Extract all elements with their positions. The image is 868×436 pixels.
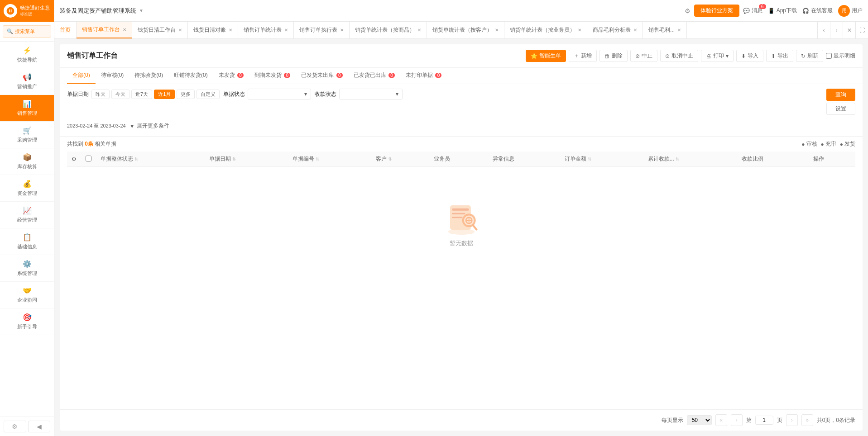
tab-sales-workbench-close[interactable]: ✕ [123, 27, 126, 32]
sort-date[interactable]: 单据日期 ⇅ [209, 155, 283, 163]
tab-sales-stats[interactable]: 销售订单统计表 ✕ [238, 22, 294, 38]
sort-number[interactable]: 单据编号 ⇅ [293, 155, 367, 163]
filter-tab-shipped-warehoused[interactable]: 已发货已出库 0 [348, 68, 400, 84]
tab-close-all-btn[interactable]: ✕ [843, 22, 855, 39]
first-page-btn[interactable]: « [715, 414, 727, 426]
th-number[interactable]: 单据编号 ⇅ [288, 152, 371, 167]
sort-customer[interactable]: 客户 ⇅ [376, 155, 425, 163]
tab-sales-exec-close[interactable]: ✕ [340, 28, 344, 33]
header-settings-icon[interactable]: ⚙ [685, 7, 691, 14]
tab-sales-stats-close[interactable]: ✕ [284, 28, 288, 33]
tab-sales-staff[interactable]: 销货单统计表（按业务员） ✕ [504, 22, 587, 38]
tab-daily-clear[interactable]: 钱货日清工作台 ✕ [132, 22, 188, 38]
tab-sales-workbench[interactable]: 销售订单工作台 ✕ [77, 22, 132, 38]
tab-daily-clear-close[interactable]: ✕ [178, 28, 182, 33]
app-download-item[interactable]: 📱 App下载 [768, 7, 797, 14]
show-detail-checkbox[interactable]: 显示明细 [826, 52, 855, 60]
date-today-btn[interactable]: 今天 [111, 90, 129, 99]
messages-item[interactable]: 💬 消息 6 [743, 7, 762, 14]
th-customer[interactable]: 客户 ⇅ [371, 152, 429, 167]
last-page-btn[interactable]: » [801, 414, 813, 426]
search-menu-button[interactable]: 🔍 搜索菜单 [3, 25, 51, 38]
tab-sales-staff-close[interactable]: ✕ [578, 28, 581, 33]
prev-page-btn[interactable]: ‹ [731, 414, 743, 426]
sidebar-item-finance[interactable]: 💰 资金管理 [0, 175, 54, 202]
system-dropdown-icon[interactable]: ▼ [139, 8, 144, 13]
tab-gross-profit-close[interactable]: ✕ [633, 28, 637, 33]
sidebar-collapse-button[interactable]: ◀ [28, 421, 51, 432]
th-settings[interactable]: ⚙ [67, 152, 81, 167]
next-page-btn[interactable]: › [786, 414, 798, 426]
date-yesterday-btn[interactable]: 昨天 [91, 90, 110, 99]
import-button[interactable]: ⬇ 导入 [736, 50, 763, 62]
date-7days-btn[interactable]: 近7天 [131, 90, 152, 99]
th-date[interactable]: 单据日期 ⇅ [205, 152, 288, 167]
tab-reconcile[interactable]: 钱货日清对账 ✕ [188, 22, 238, 38]
sidebar-item-quick-nav[interactable]: ⚡ 快捷导航 [0, 42, 54, 68]
tab-sales-customer[interactable]: 销货单统计表（按客户） ✕ [427, 22, 504, 38]
sidebar-item-basic-info[interactable]: 📋 基础信息 [0, 228, 54, 255]
query-button[interactable]: 查询 [826, 89, 855, 101]
sidebar-item-inventory[interactable]: 📦 库存核算 [0, 148, 54, 175]
sidebar-item-purchase[interactable]: 🛒 采购管理 [0, 122, 54, 148]
tab-sales-margin-close[interactable]: ✕ [677, 28, 681, 33]
filter-tab-shipped-not-warehoused[interactable]: 已发货未出库 0 [296, 68, 348, 84]
sidebar-settings-button[interactable]: ⚙ [4, 421, 26, 432]
per-page-select[interactable]: 50 100 200 [687, 415, 712, 425]
sidebar-item-marketing[interactable]: 📢 营销推广 [0, 68, 54, 95]
tab-gross-profit[interactable]: 商品毛利分析表 ✕ [587, 22, 643, 38]
filter-tab-unprinted[interactable]: 未打印单据 0 [400, 68, 447, 84]
th-amount[interactable]: 订单金额 ⇅ [560, 152, 643, 167]
payment-select[interactable]: ▾ [339, 89, 403, 100]
filter-tab-overdue-unshipped[interactable]: 到期未发货 0 [249, 68, 296, 84]
smart-create-button[interactable]: ⭐ 智能生单 [526, 50, 566, 62]
delete-button[interactable]: 🗑 删除 [599, 50, 628, 62]
date-custom-btn[interactable]: 自定义 [197, 90, 220, 99]
status-select[interactable]: ▾ [248, 89, 311, 100]
filter-tab-pending-inspect[interactable]: 待拣验货(0) [129, 68, 168, 84]
date-more-btn[interactable]: 更多 [177, 90, 195, 99]
page-input[interactable] [755, 416, 773, 425]
trial-button[interactable]: 体验行业方案 [694, 5, 739, 17]
ship-button[interactable]: ● 发货 [840, 140, 855, 148]
unreview-button[interactable]: ● 充审 [821, 140, 836, 148]
filter-tab-pending-review[interactable]: 待审核(0) [96, 68, 129, 84]
review-button[interactable]: ● 审核 [801, 140, 817, 148]
tab-fullscreen-btn[interactable]: ⛶ [855, 22, 868, 39]
online-service-item[interactable]: 🎧 在线客服 [802, 7, 833, 14]
tab-sales-margin[interactable]: 销售毛利... ✕ [643, 22, 687, 38]
tab-sales-product[interactable]: 销货单统计表（按商品） ✕ [350, 22, 427, 38]
tab-reconcile-close[interactable]: ✕ [229, 28, 232, 33]
sidebar-item-system[interactable]: ⚙️ 系统管理 [0, 255, 54, 282]
print-button[interactable]: 🖨 打印 ▾ [701, 50, 734, 62]
sort-amount[interactable]: 订单金额 ⇅ [565, 155, 639, 163]
th-checkbox[interactable] [81, 152, 96, 167]
tab-sales-product-close[interactable]: ✕ [417, 28, 421, 33]
refresh-button[interactable]: ↻ 刷新 [796, 50, 823, 62]
sidebar-item-operations[interactable]: 📈 经营管理 [0, 202, 54, 228]
select-all-checkbox[interactable] [86, 156, 91, 161]
th-status[interactable]: 单据整体状态 ⇅ [96, 152, 205, 167]
filter-setting-button[interactable]: 设置 [826, 103, 855, 115]
user-item[interactable]: 用 用户 [838, 5, 863, 17]
stop-button[interactable]: ⊘ 中止 [630, 50, 657, 62]
filter-tab-unshipped[interactable]: 未发货 0 [213, 68, 249, 84]
sort-status[interactable]: 单据整体状态 ⇅ [101, 155, 200, 163]
tab-prev-btn[interactable]: ‹ [817, 22, 830, 39]
date-1month-btn[interactable]: 近1月 [154, 90, 175, 99]
tab-home[interactable]: 首页 [54, 22, 77, 38]
filter-tab-wangpu[interactable]: 旺铺待发货(0) [168, 68, 213, 84]
sidebar-item-enterprise[interactable]: 🤝 企业协同 [0, 282, 54, 308]
filter-tab-all[interactable]: 全部(0) [67, 68, 96, 84]
expand-filters-button[interactable]: ▼ 展开更多条件 [126, 120, 173, 132]
export-button[interactable]: ⬆ 导出 [766, 50, 793, 62]
show-detail-input[interactable] [826, 53, 832, 59]
cancel-stop-button[interactable]: ⊙ 取消中止 [660, 50, 698, 62]
add-button[interactable]: ＋ 新增 [569, 50, 597, 62]
tab-sales-exec[interactable]: 销售订单执行表 ✕ [294, 22, 350, 38]
sidebar-item-guide[interactable]: 🎯 新手引导 [0, 308, 54, 335]
tab-next-btn[interactable]: › [830, 22, 843, 39]
th-cumulative[interactable]: 累计收款... ⇅ [643, 152, 737, 167]
sidebar-item-sales[interactable]: 📊 销售管理 [0, 95, 54, 122]
sort-cumulative[interactable]: 累计收款... ⇅ [648, 155, 733, 163]
